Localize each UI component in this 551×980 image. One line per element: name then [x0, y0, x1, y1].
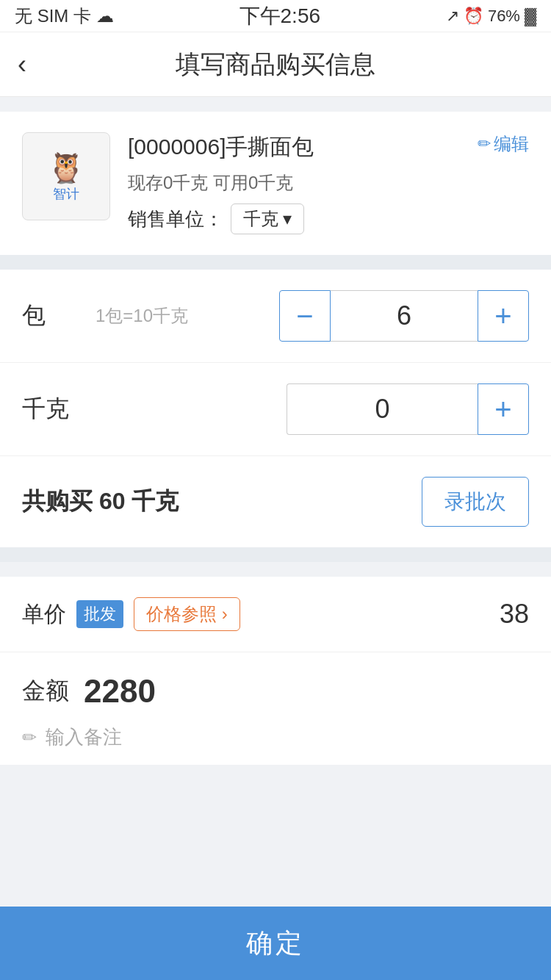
status-bar: 无 SIM 卡 ☁ 下午2:56 ↗ ⏰ 76% ▓ — [0, 0, 551, 32]
total-row: 共购买 60 千克 录批次 — [0, 456, 551, 547]
batch-tag: 批发 — [76, 600, 123, 628]
kg-input-row: 千克 + — [0, 363, 551, 456]
kg-input[interactable] — [287, 383, 478, 435]
total-unit: 千克 — [132, 488, 179, 514]
price-ref-button[interactable]: 价格参照 › — [134, 597, 240, 631]
batch-button[interactable]: 录批次 — [422, 477, 529, 527]
amount-label: 金额 — [22, 675, 69, 707]
product-stock: 现存0千克 可用0千克 — [128, 171, 529, 195]
product-owl-icon: 🦉 — [48, 151, 84, 185]
bao-input-row: 包 1包=10千克 − + — [0, 270, 551, 363]
unit-label: 销售单位： — [128, 206, 223, 232]
battery-icon: ▓ — [525, 7, 536, 26]
price-left: 单价 批发 价格参照 › — [22, 597, 240, 631]
total-text: 共购买 60 千克 — [22, 486, 179, 518]
divider-2 — [0, 547, 551, 562]
bao-plus-button[interactable]: + — [478, 290, 529, 342]
edit-button[interactable]: ✏ 编辑 — [478, 132, 529, 156]
bao-hint: 1包=10千克 — [96, 304, 264, 328]
confirm-button[interactable]: 确定 — [0, 907, 551, 980]
nav-bar: ‹ 填写商品购买信息 — [0, 32, 551, 97]
battery-text: 76% — [488, 7, 520, 26]
price-section: 单价 批发 价格参照 › 38 — [0, 577, 551, 652]
status-left: 无 SIM 卡 ☁ — [15, 4, 114, 28]
total-prefix: 共购买 — [22, 488, 93, 514]
input-section: 包 1包=10千克 − + 千克 + — [0, 270, 551, 456]
alarm-icon: ⏰ — [464, 7, 483, 26]
bao-label: 包 — [22, 300, 81, 332]
thumb-label: 智计 — [53, 185, 79, 203]
page-title: 填写商品购买信息 — [176, 48, 375, 82]
price-value: 38 — [500, 599, 529, 630]
divider-1 — [0, 255, 551, 270]
edit-label: 编辑 — [494, 132, 529, 156]
pencil-icon: ✏ — [22, 727, 37, 748]
location-icon: ↗ — [446, 7, 459, 26]
edit-icon: ✏ — [478, 134, 491, 154]
no-sim-text: 无 SIM 卡 ☁ — [15, 4, 114, 28]
bao-minus-button[interactable]: − — [279, 290, 331, 342]
product-card: 🦉 智计 [0000006]手撕面包 ✏ 编辑 现存0千克 可用0千克 销售单位… — [0, 112, 551, 255]
amount-section: 金额 2280 ✏ 输入备注 — [0, 652, 551, 765]
total-amount: 60 — [99, 488, 126, 514]
unit-selector[interactable]: 千克 ▾ — [231, 203, 304, 234]
bao-input[interactable] — [331, 290, 478, 342]
product-info: [0000006]手撕面包 ✏ 编辑 现存0千克 可用0千克 销售单位： 千克 … — [128, 132, 529, 234]
product-thumbnail: 🦉 智计 — [22, 132, 110, 220]
status-right: ↗ ⏰ 76% ▓ — [446, 7, 536, 26]
status-time: 下午2:56 — [240, 2, 321, 30]
amount-row: 金额 2280 — [22, 673, 529, 710]
bao-qty-control: − + — [279, 290, 529, 342]
back-button[interactable]: ‹ — [18, 49, 26, 80]
product-unit-row: 销售单位： 千克 ▾ — [128, 203, 529, 234]
remark-placeholder: 输入备注 — [46, 724, 122, 750]
amount-value: 2280 — [84, 673, 156, 710]
kg-qty-control: + — [287, 383, 529, 435]
kg-plus-button[interactable]: + — [478, 383, 529, 435]
price-row: 单价 批发 价格参照 › 38 — [22, 597, 529, 631]
remark-row[interactable]: ✏ 输入备注 — [22, 724, 529, 750]
kg-label: 千克 — [22, 393, 81, 425]
price-label: 单价 — [22, 599, 66, 630]
unit-value: 千克 — [243, 207, 278, 231]
unit-dropdown-icon: ▾ — [283, 209, 292, 229]
product-title: [0000006]手撕面包 — [128, 132, 314, 162]
